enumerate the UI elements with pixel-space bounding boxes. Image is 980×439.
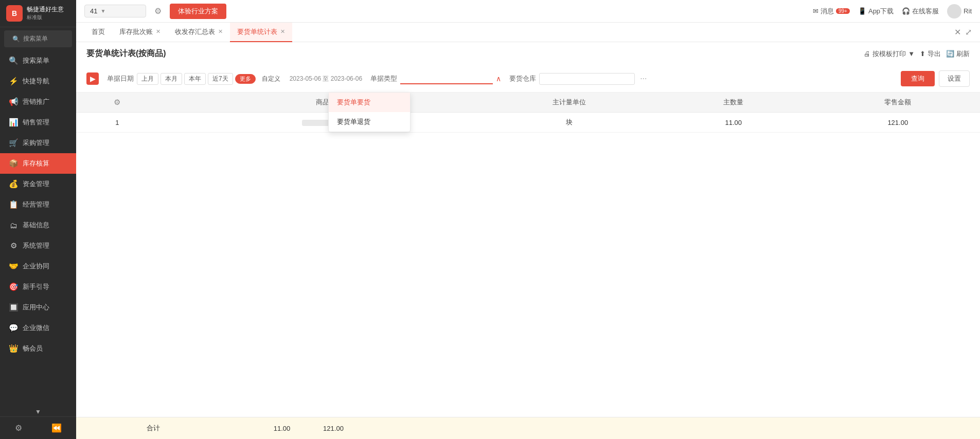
sidebar-item-label-marketing: 营销推广 xyxy=(23,97,49,106)
table-container: ⚙ 商品 主计量单位 主数量 零售金额 1 块 xyxy=(76,93,980,417)
dropdown-item-return[interactable]: 要货单退货 xyxy=(329,112,410,132)
type-filter-arrow-icon[interactable]: ∧ xyxy=(496,75,501,83)
sidebar-item-enterprise[interactable]: 🤝 企业协同 xyxy=(0,256,76,277)
col-header-settings[interactable]: ⚙ xyxy=(76,93,158,113)
print-label: 按模板打印 xyxy=(872,49,906,59)
date-custom-btn[interactable]: 自定义 xyxy=(258,74,284,84)
tab-batch-close[interactable]: ✕ xyxy=(156,28,161,35)
sidebar-item-label-apps: 应用中心 xyxy=(23,303,49,312)
sidebar-item-label-basic: 基础信息 xyxy=(23,221,49,230)
message-icon: ✉ xyxy=(813,7,818,15)
query-button[interactable]: 查询 xyxy=(901,71,935,86)
print-button[interactable]: 🖨 按模板打印 ▼ xyxy=(864,49,915,59)
store-selector[interactable]: 41 ▼ xyxy=(84,5,146,17)
tab-collect[interactable]: 收发存汇总表 ✕ xyxy=(168,23,230,42)
tab-order-stat[interactable]: 要货单统计表 ✕ xyxy=(230,23,292,42)
logo-name: 畅捷通好生意 xyxy=(27,6,64,14)
cell-no: 1 xyxy=(76,113,158,133)
tab-home[interactable]: 首页 xyxy=(84,23,112,42)
messages-btn[interactable]: ✉ 消息 99+ xyxy=(813,7,850,16)
date-more-btn[interactable]: 更多 xyxy=(235,74,256,84)
sidebar-item-guide[interactable]: 🎯 新手引导 xyxy=(0,277,76,297)
sidebar-item-label-member: 畅会员 xyxy=(23,344,43,353)
sidebar-item-label-wechat: 企业微信 xyxy=(23,323,49,333)
warehouse-filter-label: 要货仓库 xyxy=(509,74,536,83)
sidebar-item-purchase[interactable]: 🛒 采购管理 xyxy=(0,133,76,153)
sidebar-bottom: ⚙ ⏪ xyxy=(0,416,76,439)
tab-collect-close[interactable]: ✕ xyxy=(218,28,223,35)
table-footer: 合计 11.00 121.00 xyxy=(76,417,980,439)
sidebar-scroll-down[interactable]: ▼ xyxy=(0,407,76,416)
tabs-close-all-btn[interactable]: ✕ xyxy=(954,27,961,37)
apps-icon: 🔲 xyxy=(8,302,19,313)
sidebar-item-marketing[interactable]: 📢 营销推广 xyxy=(0,92,76,112)
dropdown-item-order[interactable]: 要货单要货 xyxy=(329,93,410,112)
sidebar-item-label-finance: 资金管理 xyxy=(23,179,49,189)
main-content: 41 ▼ ⚙ 体验行业方案 ✉ 消息 99+ 📱 App下载 🎧 在线客服 R xyxy=(76,0,980,439)
date-7days-btn[interactable]: 近7天 xyxy=(208,73,233,85)
tab-home-label: 首页 xyxy=(92,27,105,36)
tab-batch[interactable]: 库存批次账 ✕ xyxy=(112,23,168,42)
sidebar-logo: B 畅捷通好生意 标准版 xyxy=(0,0,76,27)
sidebar-item-apps[interactable]: 🔲 应用中心 xyxy=(0,297,76,318)
trial-button[interactable]: 体验行业方案 xyxy=(170,4,226,19)
basic-icon: 🗂 xyxy=(8,220,19,230)
date-this-month-btn[interactable]: 本月 xyxy=(161,73,182,85)
print-icon: 🖨 xyxy=(864,50,870,58)
settings-icon[interactable]: ⚙ xyxy=(13,421,24,435)
customer-service-btn[interactable]: 🎧 在线客服 xyxy=(902,7,939,16)
type-filter-input[interactable] xyxy=(400,74,493,84)
sidebar-item-operations[interactable]: 📋 经营管理 xyxy=(0,194,76,215)
date-prev-month-btn[interactable]: 上月 xyxy=(137,73,158,85)
tabs-expand-btn[interactable]: ⤢ xyxy=(965,27,972,37)
tab-order-stat-close[interactable]: ✕ xyxy=(280,28,285,35)
wechat-icon: 💬 xyxy=(8,323,19,333)
sidebar-item-label-search: 搜索菜单 xyxy=(23,56,49,65)
sidebar-item-search[interactable]: 🔍 搜索菜单 xyxy=(0,50,76,71)
refresh-button[interactable]: 🔄 刷新 xyxy=(946,49,970,59)
warehouse-filter-input[interactable] xyxy=(539,73,635,85)
sidebar-item-shortcut[interactable]: ⚡ 快捷导航 xyxy=(0,71,76,92)
message-label: 消息 xyxy=(821,7,834,16)
type-filter-group: 单据类型 ∧ xyxy=(370,74,501,84)
page-title-row: 要货单统计表(按商品) 🖨 按模板打印 ▼ ⬆ 导出 🔄 刷新 xyxy=(86,48,970,59)
warehouse-more-icon[interactable]: ··· xyxy=(640,74,647,83)
sidebar-item-inventory[interactable]: 📦 库存核算 xyxy=(0,153,76,174)
sidebar-nav: 🔍 搜索菜单 ⚡ 快捷导航 📢 营销推广 📊 销售管理 🛒 采购管理 📦 库存核… xyxy=(0,50,76,407)
app-download-btn[interactable]: 📱 App下载 xyxy=(858,7,894,16)
date-filter-label: 单据日期 xyxy=(107,74,134,83)
settings-button[interactable]: 设置 xyxy=(939,70,970,87)
topbar: 41 ▼ ⚙ 体验行业方案 ✉ 消息 99+ 📱 App下载 🎧 在线客服 R xyxy=(76,0,980,23)
col-settings-icon[interactable]: ⚙ xyxy=(114,98,120,106)
collapse-icon[interactable]: ⏪ xyxy=(49,421,64,435)
tab-batch-label: 库存批次账 xyxy=(119,27,153,36)
filter-expand-button[interactable]: ▶ xyxy=(86,72,99,85)
page-title: 要货单统计表(按商品) xyxy=(86,48,166,59)
sidebar-item-member[interactable]: 👑 畅会员 xyxy=(0,338,76,359)
sidebar-item-system[interactable]: ⚙ 系统管理 xyxy=(0,235,76,256)
user-menu[interactable]: Rit xyxy=(947,4,972,19)
page-actions: 🖨 按模板打印 ▼ ⬆ 导出 🔄 刷新 xyxy=(864,49,970,59)
date-this-year-btn[interactable]: 本年 xyxy=(184,73,206,85)
purchase-icon: 🛒 xyxy=(8,138,19,148)
search-icon: 🔍 xyxy=(8,56,19,66)
system-icon: ⚙ xyxy=(8,241,19,251)
sidebar-item-wechat[interactable]: 💬 企业微信 xyxy=(0,318,76,338)
sidebar: B 畅捷通好生意 标准版 🔍 搜索菜单 🔍 搜索菜单 ⚡ 快捷导航 📢 营销推广… xyxy=(0,0,76,439)
filter-actions: 查询 设置 xyxy=(901,70,970,87)
topbar-right: ✉ 消息 99+ 📱 App下载 🎧 在线客服 Rit xyxy=(813,4,972,19)
topbar-gear-icon[interactable]: ⚙ xyxy=(152,4,164,18)
refresh-label: 刷新 xyxy=(956,49,970,59)
export-button[interactable]: ⬆ 导出 xyxy=(920,49,941,59)
col-header-qty: 主数量 xyxy=(651,93,815,113)
sidebar-item-sales[interactable]: 📊 销售管理 xyxy=(0,112,76,133)
print-arrow-icon: ▼ xyxy=(908,50,915,58)
sidebar-item-label-shortcut: 快捷导航 xyxy=(23,77,49,86)
sidebar-search[interactable]: 🔍 搜索菜单 xyxy=(4,30,72,47)
sidebar-item-finance[interactable]: 💰 资金管理 xyxy=(0,174,76,194)
type-dropdown: 要货单要货 要货单退货 xyxy=(328,92,411,132)
operations-icon: 📋 xyxy=(8,199,19,210)
store-dropdown-arrow: ▼ xyxy=(100,8,105,14)
scroll-down-icon[interactable]: ▼ xyxy=(35,408,41,415)
sidebar-item-basic[interactable]: 🗂 基础信息 xyxy=(0,215,76,235)
